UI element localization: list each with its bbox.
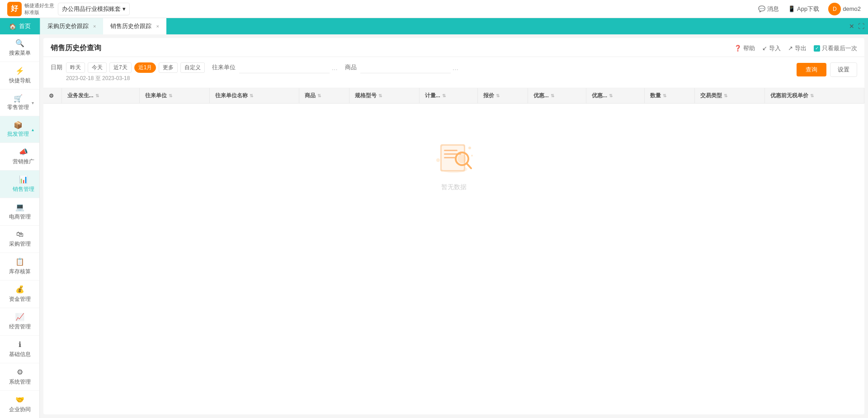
marketing-icon: 📣: [19, 147, 28, 156]
top-bar-left: 好 畅捷通好生意 标准版 办公用品行业模拟账套 ▾: [7, 2, 130, 16]
tab1-close-btn[interactable]: ×: [93, 24, 96, 29]
tab-bar-actions: ✕ ⛶: [849, 18, 868, 34]
sidebar-item-ecommerce[interactable]: 💻 电商管理: [0, 198, 39, 226]
sidebar-item-enterprise-collab[interactable]: 🤝 企业协同: [0, 391, 39, 418]
tab-close-all-btn[interactable]: ✕: [849, 23, 854, 30]
svg-rect-5: [444, 157, 455, 158]
sidebar-item-operations[interactable]: 📈 经营管理: [0, 308, 39, 336]
tab-bar: 🏠 首页 采购历史价跟踪 × 销售历史价跟踪 × ✕ ⛶: [0, 18, 868, 34]
sidebar-item-shortcuts[interactable]: ⚡ 快捷导航: [0, 62, 39, 90]
avatar: D: [828, 3, 841, 15]
date-btn-today[interactable]: 今天: [88, 62, 107, 73]
date-btn-yesterday[interactable]: 昨天: [66, 62, 85, 73]
page-title: 销售历史价查询: [51, 43, 101, 53]
inventory-icon: 📋: [15, 257, 24, 266]
top-bar-right: 💬 消息 📱 App下载 D demo2: [758, 3, 861, 15]
partner-label: 往来单位: [212, 62, 236, 71]
date-filter-group: 日期 昨天 今天 近7天 近1月 更多 自定义 2023-02-18 至 202…: [51, 62, 205, 82]
date-btn-1month[interactable]: 近1月: [134, 62, 156, 73]
tab-home[interactable]: 🏠 首页: [0, 18, 40, 34]
svg-point-9: [468, 147, 471, 149]
product-picker-btn[interactable]: ...: [453, 64, 458, 72]
page-container: 销售历史价查询 ❓ 帮助 ↙ 导入 ↗ 导出 ✓: [43, 38, 864, 414]
sort-icon: ⇅: [442, 93, 446, 98]
col-unit[interactable]: 计量... ⇅: [419, 88, 477, 104]
tab-maximize-btn[interactable]: ⛶: [858, 23, 864, 30]
page-header-actions: ❓ 帮助 ↙ 导入 ↗ 导出 ✓ 只看最后一次: [734, 44, 857, 52]
search-icon: 🔍: [15, 39, 24, 48]
import-btn[interactable]: ↙ 导入: [762, 44, 781, 52]
col-pre-tax[interactable]: 优惠前无税单价 ⇅: [764, 88, 864, 104]
sort-icon: ⇅: [317, 93, 321, 98]
date-options-container: 昨天 今天 近7天 近1月 更多 自定义 2023-02-18 至 2023-0…: [66, 62, 205, 82]
wholesale-inner: 📦 批发管理: [5, 121, 31, 138]
product-input[interactable]: [360, 62, 451, 73]
col-discount1[interactable]: 优惠... ⇅: [528, 88, 586, 104]
col-qty[interactable]: 数量 ⇅: [645, 88, 695, 104]
query-btn[interactable]: 查询: [797, 63, 826, 76]
message-icon: 💬: [758, 5, 765, 12]
partner-picker-btn[interactable]: ...: [331, 64, 337, 72]
sort-icon: ⇅: [551, 93, 554, 98]
user-menu[interactable]: D demo2: [828, 3, 861, 15]
sidebar-item-marketing[interactable]: 📣 营销推广: [0, 143, 39, 171]
sidebar-item-search[interactable]: 🔍 搜索菜单: [0, 34, 39, 62]
sort-icon: ⇅: [378, 93, 382, 98]
date-option-buttons: 昨天 今天 近7天 近1月 更多 自定义: [66, 62, 205, 73]
tab-purchase-history[interactable]: 采购历史价跟踪 ×: [40, 18, 103, 34]
message-btn[interactable]: 💬 消息: [758, 5, 779, 13]
chevron-right-icon: ▾: [32, 100, 34, 105]
retail-icon: 🛒: [14, 94, 23, 103]
col-partner-name[interactable]: 往来单位名称 ⇅: [209, 88, 299, 104]
sidebar-item-retail[interactable]: 🛒 零售管理 ▾: [0, 90, 39, 116]
account-selector[interactable]: 办公用品行业模拟账套 ▾: [58, 3, 130, 15]
tab2-close-btn[interactable]: ×: [156, 24, 159, 29]
partner-input-group: ...: [239, 62, 337, 73]
sidebar-item-sales[interactable]: 📊 销售管理: [0, 171, 39, 198]
col-quote[interactable]: 报价 ⇅: [477, 88, 528, 104]
col-discount2[interactable]: 优惠... ⇅: [586, 88, 645, 104]
col-partner-code[interactable]: 往来单位 ⇅: [140, 88, 210, 104]
chevron-down-icon: ▾: [123, 5, 126, 12]
date-btn-custom[interactable]: 自定义: [180, 62, 205, 73]
filter-action-buttons: 查询 设置: [797, 62, 857, 77]
product-filter-group: 商品 ...: [345, 62, 458, 73]
only-last-checkbox[interactable]: ✓ 只看最后一次: [814, 44, 857, 52]
date-range-text: 2023-02-18 至 2023-03-18: [66, 75, 205, 82]
app-download-btn[interactable]: 📱 App下载: [788, 5, 819, 13]
sidebar-item-inventory[interactable]: 📋 库存核算: [0, 253, 39, 280]
sidebar-item-basic-info[interactable]: ℹ 基础信息: [0, 336, 39, 363]
col-deal-type[interactable]: 交易类型 ⇅: [695, 88, 765, 104]
svg-point-11: [471, 155, 473, 157]
sales-icon: 📊: [19, 175, 28, 184]
date-btn-7days[interactable]: 近7天: [109, 62, 132, 73]
import-icon: ↙: [762, 45, 767, 52]
help-btn[interactable]: ❓ 帮助: [734, 44, 755, 52]
tab-sales-history[interactable]: 销售历史价跟踪 ×: [103, 18, 166, 34]
col-biz-date[interactable]: 业务发生... ⇅: [61, 88, 140, 104]
sidebar-item-purchase[interactable]: 🛍 采购管理: [0, 226, 39, 253]
product-label: 商品: [345, 62, 357, 71]
sort-icon: ⇅: [810, 93, 814, 98]
partner-input[interactable]: [239, 62, 330, 73]
operations-icon: 📈: [15, 313, 24, 321]
sidebar-item-finance[interactable]: 💰 资金管理: [0, 280, 39, 308]
date-btn-more[interactable]: 更多: [159, 62, 178, 73]
sidebar-item-system[interactable]: ⚙ 系统管理: [0, 363, 39, 391]
empty-text: 暂无数据: [441, 183, 467, 191]
top-bar: 好 畅捷通好生意 标准版 办公用品行业模拟账套 ▾ 💬 消息 📱 App下载 D…: [0, 0, 868, 18]
info-icon: ℹ: [19, 340, 21, 349]
col-product[interactable]: 商品 ⇅: [299, 88, 349, 104]
date-label: 日期: [51, 62, 62, 71]
col-spec[interactable]: 规格型号 ⇅: [349, 88, 420, 104]
svg-point-10: [436, 158, 440, 162]
svg-rect-3: [444, 150, 458, 151]
export-icon: ↗: [788, 45, 793, 52]
export-btn[interactable]: ↗ 导出: [788, 44, 807, 52]
collab-icon: 🤝: [15, 395, 24, 404]
table-header-row: ⚙ 业务发生... ⇅ 往来单位: [43, 88, 864, 104]
help-icon: ❓: [734, 45, 741, 52]
sidebar-item-wholesale[interactable]: 📦 批发管理 ▴: [0, 116, 39, 143]
col-settings[interactable]: ⚙: [43, 88, 61, 104]
settings-btn[interactable]: 设置: [830, 62, 857, 77]
